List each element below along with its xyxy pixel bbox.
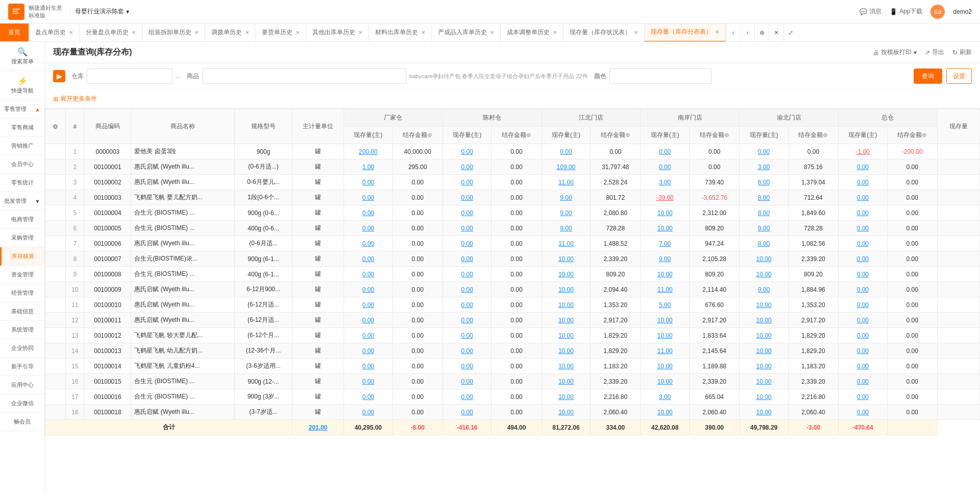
- td-link[interactable]: 10.00: [740, 405, 789, 420]
- sidebar-item-retail-mall[interactable]: 零售商城: [0, 119, 44, 137]
- td-link[interactable]: 0.00: [839, 297, 888, 313]
- total-yb-qty[interactable]: 390.00: [690, 420, 740, 435]
- message-button[interactable]: 💬 消息: [860, 7, 881, 16]
- td-link[interactable]: 0.00: [443, 205, 492, 221]
- td-link[interactable]: 10.00: [542, 359, 591, 374]
- tab-more-button[interactable]: ⊕: [754, 24, 769, 42]
- td-link[interactable]: 10.00: [542, 405, 591, 420]
- td-link[interactable]: 0.00: [839, 205, 888, 221]
- td-link[interactable]: 3.00: [740, 159, 789, 175]
- td-link[interactable]: 6.00: [740, 175, 789, 190]
- td-link[interactable]: 0.00: [839, 313, 888, 328]
- td-link[interactable]: 0.00: [344, 251, 393, 267]
- td-link[interactable]: 0.00: [443, 159, 492, 175]
- tab-product-in[interactable]: 产成品入库单历史 ✕: [432, 24, 501, 42]
- td-link[interactable]: 0.00: [443, 313, 492, 328]
- td-link[interactable]: 0.00: [344, 190, 393, 205]
- td-link[interactable]: 0.00: [344, 175, 393, 190]
- td-link[interactable]: 10.00: [542, 343, 591, 359]
- td-link[interactable]: 200.00: [344, 144, 393, 159]
- td-link[interactable]: 10.00: [740, 389, 789, 405]
- sidebar-item-marketing[interactable]: 营销推广: [0, 137, 44, 155]
- tab-close-icon[interactable]: ✕: [715, 29, 719, 35]
- avatar[interactable]: Ea: [930, 5, 945, 19]
- industry-selector[interactable]: 母婴行业演示陈套 ▾: [70, 7, 129, 16]
- sidebar-item-retail-mgmt[interactable]: 零售管理 ▲: [0, 100, 44, 119]
- warehouse-input[interactable]: [87, 68, 173, 84]
- sidebar-item-inventory[interactable]: 库存核算: [0, 247, 44, 266]
- td-link[interactable]: 10.00: [740, 251, 789, 267]
- td-link[interactable]: 0.00: [839, 267, 888, 282]
- tab-expand-button[interactable]: ⤢: [783, 24, 797, 42]
- td-link[interactable]: 0.00: [839, 251, 888, 267]
- td-link[interactable]: 10.00: [641, 359, 690, 374]
- tab-stock-status[interactable]: 现存量（库存状况表） ✕: [564, 24, 645, 42]
- td-link[interactable]: -1.00: [839, 144, 888, 159]
- td-link[interactable]: 0.00: [443, 251, 492, 267]
- tab-material-out[interactable]: 材料出库单历史 ✕: [369, 24, 432, 42]
- total-f-qty[interactable]: 201.00: [292, 420, 344, 435]
- td-link[interactable]: 0.00: [641, 159, 690, 175]
- td-link[interactable]: 0.00: [443, 190, 492, 205]
- tab-other-out[interactable]: 其他出库单历史 ✕: [306, 24, 369, 42]
- td-link[interactable]: 10.00: [542, 267, 591, 282]
- tab-prev-button[interactable]: ‹: [726, 24, 740, 42]
- td-link[interactable]: 11.00: [542, 175, 591, 190]
- td-link[interactable]: 0.00: [740, 144, 789, 159]
- app-download-button[interactable]: 📱 App下载: [890, 7, 922, 16]
- warehouse-dots-button[interactable]: ...: [176, 73, 181, 80]
- tab-home[interactable]: 首页: [0, 24, 29, 42]
- td-link[interactable]: 9.00: [740, 282, 789, 297]
- td-link[interactable]: 11.00: [641, 282, 690, 297]
- td-link[interactable]: 0.00: [344, 359, 393, 374]
- td-link[interactable]: 0.00: [443, 343, 492, 359]
- td-link[interactable]: -39.00: [641, 190, 690, 205]
- td-link[interactable]: 10.00: [542, 251, 591, 267]
- export-button[interactable]: ↗ 导出: [925, 48, 944, 57]
- td-link[interactable]: 10.00: [542, 313, 591, 328]
- td-link[interactable]: 10.00: [542, 282, 591, 297]
- sidebar-item-purchase[interactable]: 采购管理: [0, 229, 44, 247]
- td-link[interactable]: 10.00: [542, 389, 591, 405]
- td-link[interactable]: 10.00: [542, 297, 591, 313]
- td-link[interactable]: 0.00: [839, 190, 888, 205]
- tab-sub-inventory-check[interactable]: 分量盘点单历史 ✕: [80, 24, 142, 42]
- td-link[interactable]: 10.00: [740, 328, 789, 343]
- td-link[interactable]: 0.00: [344, 205, 393, 221]
- query-button[interactable]: 查询: [914, 68, 942, 84]
- td-link[interactable]: 0.00: [839, 328, 888, 343]
- td-link[interactable]: 9.00: [542, 205, 591, 221]
- td-link[interactable]: 0.00: [443, 175, 492, 190]
- td-link[interactable]: 0.00: [344, 236, 393, 251]
- total-c-qty[interactable]: -8.00: [393, 420, 443, 435]
- settings-icon[interactable]: ⚙: [53, 123, 58, 130]
- td-link[interactable]: 10.00: [740, 267, 789, 282]
- td-link[interactable]: 3.00: [641, 389, 690, 405]
- td-link[interactable]: 10.00: [740, 297, 789, 313]
- td-link[interactable]: 0.00: [839, 359, 888, 374]
- tab-stock-dist[interactable]: 现存量（库存分布表） ✕: [645, 24, 726, 42]
- sidebar-item-member[interactable]: 会员中心: [0, 155, 44, 174]
- td-link[interactable]: 0.00: [344, 343, 393, 359]
- td-link[interactable]: 3.00: [641, 175, 690, 190]
- td-link[interactable]: 10.00: [641, 405, 690, 420]
- td-link[interactable]: 0.00: [839, 221, 888, 236]
- tab-assemble[interactable]: 组装拆卸单历史 ✕: [142, 24, 205, 42]
- total-na-qty[interactable]: 334.00: [591, 420, 641, 435]
- setting-button[interactable]: 设置: [946, 68, 972, 84]
- td-link[interactable]: 10.00: [542, 374, 591, 389]
- td-link[interactable]: 8.00: [740, 205, 789, 221]
- td-link[interactable]: 8.00: [740, 190, 789, 205]
- refresh-button[interactable]: ↻ 刷新: [952, 48, 972, 57]
- tab-close-icon[interactable]: ✕: [132, 30, 136, 35]
- tab-close-all-button[interactable]: ✕: [769, 24, 783, 42]
- td-link[interactable]: 0.00: [443, 359, 492, 374]
- td-link[interactable]: 0.00: [443, 297, 492, 313]
- td-link[interactable]: 10.00: [641, 205, 690, 221]
- td-link[interactable]: 10.00: [740, 343, 789, 359]
- td-link[interactable]: 10.00: [740, 374, 789, 389]
- td-link[interactable]: 0.00: [443, 282, 492, 297]
- td-link[interactable]: 0.00: [443, 374, 492, 389]
- sidebar-item-wholesale[interactable]: 批发管理 ▼: [0, 192, 44, 210]
- sidebar-item-enterprise-wechat[interactable]: 企业微信: [0, 394, 44, 413]
